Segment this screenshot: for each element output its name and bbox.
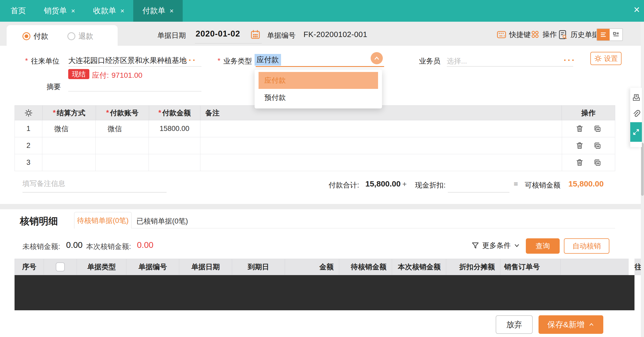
- tab-done-writeoff[interactable]: 已核销单据(0笔): [136, 216, 188, 226]
- note-cell[interactable]: [200, 154, 562, 171]
- query-button[interactable]: 查询: [526, 238, 560, 254]
- header-discount-share: 折扣分摊额: [446, 259, 500, 275]
- note-input[interactable]: 填写备注信息: [22, 179, 65, 188]
- biz-type-label: 业务类型: [223, 56, 252, 66]
- header-account[interactable]: *付款账号: [96, 106, 149, 120]
- current-writeoff-value: 0.00: [137, 240, 153, 250]
- note-cell[interactable]: [200, 137, 562, 154]
- settle-badge: 现结: [68, 69, 89, 79]
- header-seq: 序号: [15, 259, 44, 275]
- writeoff-amount-label: 可核销金额: [525, 180, 560, 190]
- window-close-icon[interactable]: ×: [634, 4, 640, 16]
- save-and-new-button[interactable]: 保存&新增: [539, 315, 603, 334]
- tab-receipt[interactable]: 收款单×: [84, 0, 133, 22]
- settlement-cell[interactable]: 微信: [42, 120, 96, 137]
- doc-date-value[interactable]: 2020-01-02: [196, 29, 240, 39]
- salesman-underline: [447, 66, 573, 67]
- chevron-up-icon: [373, 54, 381, 62]
- view-toggle: [596, 28, 623, 41]
- collapse-dropdown-button[interactable]: [371, 52, 383, 64]
- expand-button[interactable]: [630, 122, 642, 142]
- copy-add-icon[interactable]: [593, 124, 602, 133]
- chevron-down-icon: [513, 242, 520, 249]
- settlement-cell[interactable]: [42, 137, 96, 154]
- attachment-icon[interactable]: [632, 110, 641, 119]
- row-operations: [562, 137, 615, 154]
- salesman-more-icon[interactable]: ···: [564, 56, 576, 64]
- radio-selected-icon: [22, 32, 30, 40]
- card-view-toggle[interactable]: [610, 29, 622, 40]
- amount-cell[interactable]: 15800.00: [149, 120, 200, 137]
- pay-total-value: 15,800.00: [365, 179, 401, 188]
- amount-cell[interactable]: [149, 154, 200, 171]
- salesman-input[interactable]: 选择...: [447, 56, 467, 66]
- amount-cell[interactable]: [149, 137, 200, 154]
- tab-home[interactable]: 首页: [2, 0, 35, 22]
- top-tabbar: 首页 销货单× 收款单× 付款单×: [0, 0, 644, 22]
- trash-icon[interactable]: [575, 141, 584, 150]
- header-settlement[interactable]: *结算方式: [43, 106, 96, 120]
- doc-no-label: 单据编号: [267, 31, 296, 40]
- cancel-button[interactable]: 放弃: [496, 315, 533, 334]
- settlement-cell[interactable]: [42, 154, 96, 171]
- settings-button[interactable]: 设置: [590, 52, 622, 65]
- list-view-toggle[interactable]: [597, 29, 610, 40]
- column-settings-gear[interactable]: [15, 106, 43, 120]
- radio-payment[interactable]: 付款: [22, 31, 48, 41]
- copy-add-icon[interactable]: [593, 141, 602, 150]
- dropdown-option-prepaid[interactable]: 预付款: [259, 89, 378, 106]
- biz-type-underline: [256, 66, 384, 67]
- account-cell[interactable]: 微信: [96, 120, 149, 137]
- scrollbar-thumb[interactable]: [641, 143, 644, 196]
- tab-payment[interactable]: 付款单×: [133, 0, 182, 22]
- partner-underline: [68, 66, 201, 67]
- salesman-label: 业务员: [419, 56, 440, 66]
- header-operations: 操作: [562, 106, 615, 120]
- header-sales-order-no: 销售订单号: [500, 259, 561, 275]
- filter-funnel-icon: [471, 241, 480, 250]
- doc-date-label: 单据日期: [157, 31, 186, 40]
- biz-type-dropdown: 应付款 预付款: [255, 70, 382, 108]
- row-operations: [562, 154, 615, 171]
- select-all-checkbox[interactable]: [56, 262, 65, 271]
- header-amount: 金额: [285, 259, 339, 275]
- auto-writeoff-button[interactable]: 自动核销: [564, 238, 609, 254]
- discount-input[interactable]: [448, 182, 509, 192]
- shortcut-keys-button[interactable]: 快捷键: [496, 30, 531, 40]
- header-due-date: 到期日: [232, 259, 285, 275]
- payment-row-1: 1 微信 微信 15800.00: [15, 120, 615, 137]
- account-cell[interactable]: [96, 137, 149, 154]
- discount-label: 现金折扣:: [415, 180, 446, 190]
- row-index: 1: [15, 120, 42, 137]
- partner-more-icon[interactable]: ···: [185, 56, 197, 64]
- partner-value[interactable]: 大连花园口经济区景和水果种植基地: [68, 56, 187, 66]
- calendar-icon[interactable]: [250, 29, 261, 40]
- tab-close-icon[interactable]: ×: [169, 7, 173, 15]
- history-docs-button[interactable]: 历史单据: [558, 30, 599, 40]
- radio-refund[interactable]: 退款: [67, 31, 93, 41]
- note-underline: [22, 192, 167, 193]
- account-cell[interactable]: [96, 154, 149, 171]
- header-amount[interactable]: *付款金额: [149, 106, 201, 120]
- copy-add-icon[interactable]: [593, 158, 602, 167]
- required-mark: *: [218, 57, 220, 65]
- trash-icon[interactable]: [575, 124, 584, 133]
- summary-underline: [68, 91, 201, 92]
- pay-total-label: 付款合计:: [329, 180, 359, 190]
- biz-type-value[interactable]: 应付款: [255, 54, 281, 66]
- operations-button[interactable]: 操作: [530, 30, 557, 39]
- note-cell[interactable]: [200, 120, 562, 137]
- trash-icon[interactable]: [575, 158, 584, 167]
- tab-close-icon[interactable]: ×: [71, 7, 75, 15]
- expand-icon: [632, 128, 640, 136]
- tab-sales-order[interactable]: 销货单×: [35, 0, 84, 22]
- discount-underline: [448, 192, 509, 193]
- dropdown-option-payable[interactable]: 应付款: [259, 72, 378, 89]
- summary-input[interactable]: [68, 79, 201, 91]
- tab-pending-writeoff[interactable]: 待核销单据(0笔): [74, 212, 132, 229]
- header-scroll-gap: [629, 259, 634, 275]
- more-filters-button[interactable]: 更多条件: [471, 241, 520, 250]
- tab-close-icon[interactable]: ×: [120, 7, 124, 15]
- print-inbox-icon[interactable]: [632, 93, 641, 102]
- gear-icon: [594, 54, 602, 62]
